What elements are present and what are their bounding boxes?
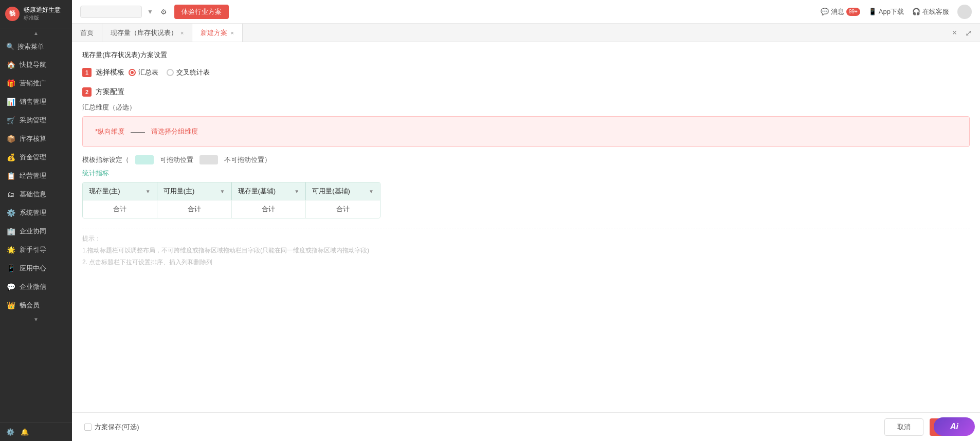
tab-home[interactable]: 首页 [72,24,102,42]
app-edition: 标准版 [24,14,61,22]
sidebar-item-label: 应用中心 [20,264,46,273]
col1-label: 现存量(主) [89,187,120,196]
topbar-search-input[interactable] [80,6,142,18]
box-icon: 📦 [6,135,15,143]
dimension-required-text: *纵向维度 [95,127,124,136]
app-name: 畅康通好生意 [24,6,61,14]
experience-btn[interactable]: 体验行业方案 [174,5,229,19]
folder-icon: 🗂 [6,190,15,198]
stats-header-col4[interactable]: 可用量(基辅) ▼ [306,182,380,200]
sidebar-scroll-down[interactable]: ▼ [0,315,72,324]
building-icon: 🏢 [6,227,15,235]
sidebar-item-enterprise[interactable]: 🏢 企业协同 [0,222,72,241]
topbar-chevron-icon[interactable]: ▼ [147,8,153,15]
dimension-required-label: 汇总维度（必选） [82,103,970,112]
radio-summary-dot [129,69,136,76]
sidebar-item-label: 经营管理 [20,171,46,180]
phone-icon: 📱 [868,8,877,15]
sidebar-item-guide[interactable]: 🌟 新手引导 [0,241,72,259]
stats-data-col1: 合计 [83,200,157,218]
tab-new-scheme-close[interactable]: × [230,30,233,36]
sidebar-item-label: 销售管理 [20,97,46,106]
ai-badge[interactable]: Ai [934,417,975,436]
radio-cross[interactable]: 交叉统计表 [167,68,210,77]
draggable-indicator [135,155,154,164]
step1-label: 选择模板 [96,68,124,77]
settings-icon[interactable]: ⚙️ [6,428,14,436]
sidebar-item-basic-info[interactable]: 🗂 基础信息 [0,185,72,204]
radio-summary[interactable]: 汇总表 [129,68,158,77]
close-panel-btn[interactable]: × [950,27,959,39]
dimension-arrow: —— [131,127,145,136]
topbar: ▼ ⚙ 体验行业方案 💬 消息 99+ 📱 App下载 🎧 在线客服 [72,0,980,24]
sidebar-search-label: 搜索菜单 [17,42,44,51]
app-download-item[interactable]: 📱 App下载 [868,7,904,16]
sidebar-scroll-up[interactable]: ▲ [0,28,72,38]
search-icon: 🔍 [6,43,14,50]
sidebar-bottom-icons: ⚙️ 🔔 [6,428,29,436]
main-panel: ▼ ⚙ 体验行业方案 💬 消息 99+ 📱 App下载 🎧 在线客服 首页 [72,0,980,441]
message-item[interactable]: 💬 消息 99+ [821,7,860,16]
non-draggable-indicator [199,155,218,164]
col1-chevron-icon[interactable]: ▼ [146,189,151,194]
crown-icon: 👑 [6,301,15,309]
col2-chevron-icon[interactable]: ▼ [220,189,225,194]
sidebar-item-sales[interactable]: 📊 销售管理 [0,93,72,111]
step2-block: 2 方案配置 汇总维度（必选） *纵向维度 —— 请选择分组维度 模板指标设定（… [82,87,970,275]
non-draggable-label: 不可拖动位置） [224,155,271,164]
sidebar-item-label: 营销推广 [20,79,46,88]
online-service-label: 在线客服 [922,7,949,16]
radio-cross-dot [167,69,174,76]
stats-header-col1[interactable]: 现存量(主) ▼ [83,182,157,200]
money-icon: 💰 [6,153,15,161]
chart-icon: 📊 [6,98,15,106]
content-area: 现存量(库存状况表)方案设置 1 选择模板 汇总表 交叉统计表 [72,42,980,441]
sidebar-item-purchase[interactable]: 🛒 采购管理 [0,111,72,130]
tab-inventory-close[interactable]: × [180,30,184,36]
gear-icon: ⚙️ [6,209,15,217]
sidebar-item-member[interactable]: 👑 畅会员 [0,296,72,315]
sound-icon[interactable]: 🔔 [21,428,29,436]
sidebar-item-quick-nav[interactable]: 🏠 快捷导航 [0,56,72,74]
save-option: 方案保存(可选) [84,422,139,432]
sidebar-item-label: 新手引导 [20,245,46,254]
sidebar-item-finance[interactable]: 💰 资金管理 [0,148,72,167]
col4-label: 可用量(基辅) [312,187,350,196]
stats-data-row: 合计 合计 合计 合计 [83,200,380,218]
tabbar-right-controls: × ⤢ [950,27,974,39]
chat-icon: 💬 [6,283,15,291]
tip-2: 2. 点击标题栏下拉可设置排序、插入列和删除列 [82,258,970,267]
sidebar-item-inventory[interactable]: 📦 库存核算 [0,130,72,148]
sidebar-item-app-center[interactable]: 📱 应用中心 [0,259,72,278]
stats-header-col2[interactable]: 可用量(主) ▼ [157,182,232,200]
tabbar: 首页 现存量（库存状况表） × 新建方案 × × ⤢ [72,24,980,42]
tips-section: 提示： 1.拖动标题栏可以调整布局，不可跨维度或指标区域拖动栏目字段(只能在同一… [82,229,970,275]
col3-chevron-icon[interactable]: ▼ [294,189,299,194]
save-checkbox[interactable] [84,424,92,431]
app-name-block: 畅康通好生意 标准版 [24,6,61,22]
tab-new-scheme[interactable]: 新建方案 × [192,24,242,42]
sidebar-item-marketing[interactable]: 🎁 营销推广 [0,74,72,93]
sidebar-item-label: 企业微信 [20,282,46,291]
stats-header-col3[interactable]: 现存量(基辅) ▼ [232,182,306,200]
template-radio-group: 汇总表 交叉统计表 [129,68,210,77]
phone-icon: 📱 [6,264,15,272]
sidebar-item-operations[interactable]: 📋 经营管理 [0,167,72,185]
user-avatar[interactable] [957,5,972,19]
expand-panel-btn[interactable]: ⤢ [963,27,974,39]
online-service-item[interactable]: 🎧 在线客服 [912,7,949,16]
dimension-box[interactable]: *纵向维度 —— 请选择分组维度 [82,116,970,147]
sidebar-item-label: 库存核算 [20,134,46,143]
template-setting-row: 模板指标设定（ 可拖动位置 不可拖动位置） [82,155,970,164]
ai-badge-label: Ai [950,422,958,431]
dimension-placeholder: 请选择分组维度 [151,127,198,136]
sidebar-item-label: 畅会员 [20,301,40,310]
col4-chevron-icon[interactable]: ▼ [369,189,374,194]
app-download-label: App下载 [879,7,904,16]
sidebar-item-wechat[interactable]: 💬 企业微信 [0,278,72,296]
tab-inventory-status[interactable]: 现存量（库存状况表） × [102,24,192,42]
sidebar-search[interactable]: 🔍 搜索菜单 [0,38,72,56]
sidebar-item-system[interactable]: ⚙️ 系统管理 [0,204,72,222]
cancel-button[interactable]: 取消 [884,418,923,436]
topbar-gear-icon[interactable]: ⚙ [158,6,169,18]
